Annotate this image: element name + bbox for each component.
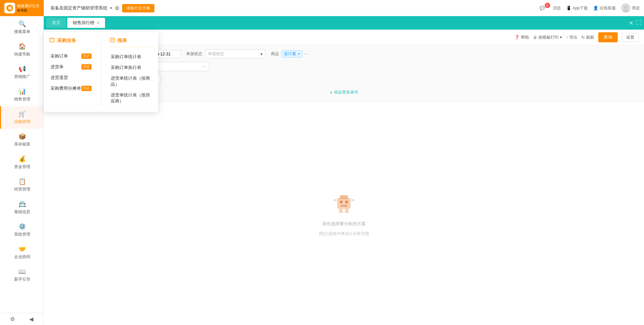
collapse-label: 收起更多条件 — [334, 89, 358, 95]
marketing-icon: 📢 — [19, 65, 26, 73]
svg-point-6 — [340, 201, 343, 203]
print-dropdown-icon: ▾ — [560, 35, 562, 40]
sidebar-item-system[interactable]: ⚙️ 系统管理 — [0, 219, 43, 241]
sidebar-label: 搜索菜单 — [14, 29, 30, 35]
sidebar-item-quick[interactable]: 🏠 快捷导航 — [0, 39, 43, 61]
sidebar-item-operations[interactable]: 📋 经营管理 — [0, 174, 43, 196]
refresh-btn[interactable]: ↻ 刷新 — [581, 35, 594, 40]
refresh-icon: ↻ — [581, 35, 585, 40]
tab-bar-maximize-icon[interactable]: ⛶ — [636, 20, 641, 26]
print-label: 按模板打印 — [538, 35, 559, 40]
dropdown-report-1[interactable]: 采购订单统计表 — [109, 51, 153, 62]
export-btn[interactable]: ↑ 导出 — [566, 35, 577, 40]
sidebar-item-search[interactable]: 🔍 搜索菜单 — [0, 16, 43, 39]
message-icon: 💬 — [540, 6, 545, 10]
tab-sales-rank[interactable]: 销售排行榜 ✕ — [67, 18, 105, 28]
empty-hint1: 请先选择要分析的方案 — [322, 221, 366, 227]
report-1-label: 采购订单统计表 — [111, 54, 141, 60]
settings-bottom-icon[interactable]: ⚙ — [10, 316, 15, 322]
system-icon: ⚙️ — [19, 223, 26, 230]
history-badge-3: 历史 — [81, 86, 92, 91]
message-action[interactable]: 💬 5 消息 — [540, 5, 561, 11]
dropdown-incoming[interactable]: 进货单 历史 — [49, 62, 93, 72]
empty-icon — [327, 190, 361, 217]
sidebar-item-purchase[interactable]: 🛒 采购管理 — [0, 106, 43, 129]
online-service-action[interactable]: 👤 在线客服 — [593, 5, 616, 11]
report-4-label: 进货单统计表（按供应商） — [111, 92, 152, 104]
purchase-col: 采购业务 采购订单 历史 进货单 历史 进货退货 采购费用分摊单 历史 — [49, 37, 93, 107]
bill-status-label: 单据状态 — [186, 51, 202, 57]
svg-rect-17 — [110, 38, 114, 42]
sales-icon: 📊 — [19, 88, 26, 95]
user-label: 用友 — [632, 5, 640, 11]
help-btn[interactable]: ❓ 帮助 — [514, 35, 529, 40]
bill-status-filter: 单据状态 单据状态 ▾ — [186, 49, 265, 58]
dropdown-return[interactable]: 进货退货 — [49, 72, 93, 83]
sidebar-item-basic[interactable]: 📇 基础信息 — [0, 196, 43, 219]
user-action[interactable]: 用友 — [621, 3, 640, 13]
return-label: 进货退货 — [50, 75, 68, 81]
dropdown-report-4[interactable]: 进货单统计表（按供应商） — [109, 90, 153, 107]
product-tag-close[interactable]: ✕ — [297, 52, 300, 56]
product-tag: 设计素 ✕ — [282, 50, 302, 57]
sidebar-item-inventory[interactable]: 📦 库存核算 — [0, 129, 43, 151]
app-label: App下载 — [573, 5, 588, 11]
sidebar-item-guide[interactable]: 📖 新手引导 — [0, 264, 43, 286]
settings-btn[interactable]: 设置 — [622, 33, 639, 42]
dropdown-report-2[interactable]: 采购订单执行表 — [109, 62, 153, 73]
service-label: 在线客服 — [600, 5, 616, 11]
tab-home-label: 首页 — [52, 20, 61, 26]
report-col-header: 报表 — [109, 37, 153, 47]
incoming-label: 进货单 — [50, 64, 64, 70]
salesperson-more[interactable]: ··· — [202, 64, 206, 70]
product-filter: 商品 设计素 ✕ ··· — [271, 50, 308, 57]
collapse-btn[interactable]: ∧ 收起更多条件 — [330, 87, 358, 97]
system-title: 装备及固定资产辅助管理系统 — [50, 5, 107, 11]
logo: 畅 畅捷通好生意 标准版 — [0, 0, 44, 16]
product-more-btn[interactable]: ··· — [304, 51, 308, 57]
product-label: 商品 — [271, 51, 279, 57]
purchase-col-icon — [49, 37, 55, 44]
svg-rect-5 — [340, 195, 348, 199]
home-icon: 🏠 — [19, 43, 26, 50]
svg-point-2 — [624, 6, 628, 9]
svg-rect-11 — [339, 209, 343, 213]
empty-hint2: 用[过滤]条件来缩小分析范围 — [319, 231, 369, 237]
sidebar-label: 采购管理 — [14, 119, 30, 125]
service-icon: 👤 — [593, 6, 598, 10]
report-col-icon — [109, 37, 115, 44]
sidebar-item-marketing[interactable]: 📢 营销推广 — [0, 61, 43, 84]
logo-subtitle: 标准版 — [17, 8, 39, 13]
sidebar-item-cooperation[interactable]: 🤝 企业协同 — [0, 241, 43, 264]
sidebar-label: 营销推广 — [14, 74, 30, 80]
system-dropdown-icon[interactable]: ▾ — [110, 6, 112, 10]
history-badge-1: 历史 — [81, 64, 92, 70]
sidebar-label: 企业协同 — [14, 254, 30, 260]
tab-close-icon[interactable]: ✕ — [97, 21, 100, 25]
collapse-sidebar-icon[interactable]: ◀ — [29, 316, 33, 322]
refresh-label: 刷新 — [586, 35, 594, 40]
report-col-title: 报表 — [117, 38, 127, 44]
print-icon: 🖨 — [533, 35, 537, 40]
tab-bar-close-icon[interactable]: ✕ — [629, 20, 633, 26]
tab-home[interactable]: 首页 — [46, 18, 66, 28]
sidebar-item-sales[interactable]: 📊 销售管理 — [0, 84, 43, 106]
dropdown-expense[interactable]: 采购费用分摊单 历史 — [49, 83, 93, 94]
sidebar-label: 销售管理 — [14, 96, 30, 102]
sidebar-item-finance[interactable]: 💰 资金管理 — [0, 151, 43, 174]
logo-icon: 畅 — [4, 3, 15, 13]
dropdown-report-3[interactable]: 进货单统计表（按商品） — [109, 73, 153, 90]
tab-bar: 首页 销售排行榜 ✕ ✕ ⛶ — [44, 16, 644, 30]
app-download-action[interactable]: 📱 App下载 — [566, 5, 588, 11]
query-btn[interactable]: 查询 — [598, 32, 618, 42]
sidebar-label: 资金管理 — [14, 164, 30, 170]
bill-status-select[interactable]: 单据状态 ▾ — [205, 49, 265, 58]
dropdown-purchase-order[interactable]: 采购订单 历史 — [49, 51, 93, 62]
sidebar-label: 经营管理 — [14, 187, 30, 192]
print-btn[interactable]: 🖨 按模板打印 ▾ — [533, 35, 562, 40]
cooperation-icon: 🤝 — [19, 245, 26, 253]
guide-icon: 📖 — [19, 268, 26, 275]
settings-icon[interactable]: ⚙ — [115, 5, 119, 11]
industry-btn[interactable]: 体验行业方案 — [122, 4, 154, 12]
report-col: 报表 采购订单统计表 采购订单执行表 进货单统计表（按商品） 进货单统计表（按供… — [109, 37, 153, 107]
